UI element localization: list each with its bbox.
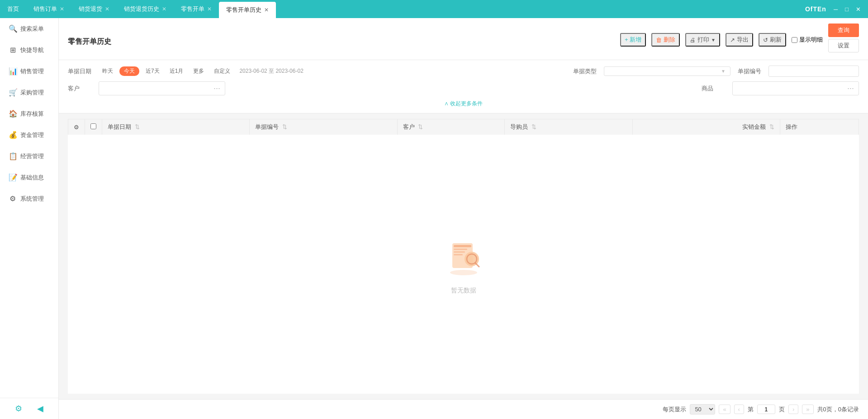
sidebar-item-inventory[interactable]: 🏠 库存核算 xyxy=(0,103,58,124)
date-tab-more[interactable]: 更多 xyxy=(190,66,208,76)
per-page-select[interactable]: 50 10 20 100 xyxy=(690,404,715,414)
sidebar-item-basic-info[interactable]: 📝 基础信息 xyxy=(0,167,58,188)
th-customer[interactable]: 客户 ⇅ xyxy=(397,119,505,135)
inventory-icon: 🏠 xyxy=(9,109,17,118)
sidebar-item-purchase[interactable]: 🛒 采购管理 xyxy=(0,82,58,103)
toolbar: + 新增 🗑 删除 🖨 打印 ▼ ↗ 导出 ↺ 刷新 xyxy=(620,24,859,60)
filter-group-doc-type: 单据类型 ▼ xyxy=(573,66,730,76)
sidebar-item-finance[interactable]: 💰 资金管理 xyxy=(0,124,58,146)
date-label: 单据日期 xyxy=(68,67,95,75)
filter-group-customer: 客户 ··· xyxy=(68,81,225,95)
last-page-button[interactable]: » xyxy=(802,405,813,414)
tab-sales-return-history[interactable]: 销货退货历史 ✕ xyxy=(117,0,174,18)
doc-type-select[interactable]: ▼ xyxy=(604,66,730,76)
refresh-button[interactable]: ↺ 刷新 xyxy=(759,33,786,47)
window-maximize-icon[interactable]: □ xyxy=(845,6,849,13)
sidebar-item-finance-label: 资金管理 xyxy=(20,131,44,139)
date-tab-custom[interactable]: 自定义 xyxy=(210,66,234,76)
goods-input-wrapper: ··· xyxy=(732,81,859,95)
th-amount[interactable]: 实销金额 ⇅ xyxy=(632,119,780,135)
customer-picker-icon[interactable]: ··· xyxy=(213,84,220,93)
display-detail-toggle[interactable]: 显示明细 xyxy=(792,36,823,44)
customer-input[interactable] xyxy=(104,85,213,92)
tab-retail-history[interactable]: 零售开单历史 ✕ xyxy=(219,2,276,18)
tab-home[interactable]: 首页 xyxy=(0,0,26,18)
setting-button[interactable]: 设置 xyxy=(828,39,859,52)
tab-retail-history-close[interactable]: ✕ xyxy=(264,7,269,13)
tab-retail-open-close[interactable]: ✕ xyxy=(207,6,212,12)
sidebar-item-basic-info-label: 基础信息 xyxy=(20,174,44,182)
collapse-bar[interactable]: ∧ 收起更多条件 xyxy=(68,100,859,108)
sidebar-item-inventory-label: 库存核算 xyxy=(20,110,44,118)
th-guide-label: 导购员 xyxy=(510,123,528,130)
data-table: ⚙ 单据日期 ⇅ 单据编号 ⇅ xyxy=(68,119,859,135)
customer-sort-icon: ⇅ xyxy=(418,123,423,130)
doc-no-input[interactable] xyxy=(773,68,854,75)
print-button[interactable]: 🖨 打印 ▼ xyxy=(685,33,720,47)
top-bar-right: OfTEn ─ □ ✕ xyxy=(805,5,868,13)
sidebar-settings-icon[interactable]: ⚙ xyxy=(15,404,22,414)
sidebar-item-operations[interactable]: 📋 经营管理 xyxy=(0,146,58,167)
display-detail-checkbox[interactable] xyxy=(792,37,797,43)
filter-group-doc-no: 单据编号 xyxy=(738,66,859,77)
sidebar-item-purchase-label: 采购管理 xyxy=(20,89,44,97)
filter-group-date: 单据日期 昨天 今天 近7天 近1月 更多 自定义 2023-06-02 至 2… xyxy=(68,66,304,76)
window-close-icon[interactable]: ✕ xyxy=(856,6,861,13)
tab-sales-return-history-label: 销货退货历史 xyxy=(124,5,159,13)
display-detail-label: 显示明细 xyxy=(799,36,823,44)
window-minimize-icon[interactable]: ─ xyxy=(834,6,838,13)
tab-retail-open[interactable]: 零售开单 ✕ xyxy=(174,0,219,18)
doc-type-dropdown-icon: ▼ xyxy=(721,69,726,74)
th-settings: ⚙ xyxy=(68,119,85,135)
th-date[interactable]: 单据日期 ⇅ xyxy=(102,119,250,135)
delete-button[interactable]: 🗑 删除 xyxy=(651,33,680,47)
sidebar-collapse-icon[interactable]: ◀ xyxy=(37,404,43,414)
th-guide[interactable]: 导购员 ⇅ xyxy=(505,119,632,135)
prev-page-button[interactable]: ‹ xyxy=(734,405,744,414)
export-button[interactable]: ↗ 导出 xyxy=(726,33,753,47)
add-button[interactable]: + 新增 xyxy=(620,33,646,47)
sidebar-item-system[interactable]: ⚙ 系统管理 xyxy=(0,188,58,209)
total-text: 共0页，0条记录 xyxy=(817,405,859,414)
tab-sales-order[interactable]: 销售订单 ✕ xyxy=(26,0,71,18)
tab-sales-return-close[interactable]: ✕ xyxy=(105,6,109,12)
tab-sales-return[interactable]: 销货退货 ✕ xyxy=(71,0,117,18)
filter-area: 单据日期 昨天 今天 近7天 近1月 更多 自定义 2023-06-02 至 2… xyxy=(59,60,868,113)
print-icon: 🖨 xyxy=(690,37,696,43)
query-button[interactable]: 查询 xyxy=(828,24,859,37)
finance-icon: 💰 xyxy=(9,131,17,139)
doc-no-label: 单据编号 xyxy=(738,67,765,75)
first-page-button[interactable]: « xyxy=(719,405,730,414)
page-label: 第 xyxy=(748,405,754,414)
page-number-input[interactable] xyxy=(757,405,775,414)
export-label: 导出 xyxy=(737,36,749,44)
tab-sales-order-close[interactable]: ✕ xyxy=(60,6,64,12)
date-tab-1month[interactable]: 近1月 xyxy=(166,66,187,76)
next-page-button[interactable]: › xyxy=(788,405,798,414)
date-tabs: 昨天 今天 近7天 近1月 更多 自定义 xyxy=(99,66,234,76)
operations-icon: 📋 xyxy=(9,152,17,160)
sidebar-item-sales[interactable]: 📊 销售管理 xyxy=(0,61,58,82)
tab-retail-history-label: 零售开单历史 xyxy=(226,6,261,14)
goods-input[interactable] xyxy=(737,85,847,92)
main-layout: 🔍 搜索采单 ⊞ 快捷导航 📊 销售管理 🛒 采购管理 🏠 库存核算 💰 资金管… xyxy=(0,18,868,419)
tab-sales-return-history-close[interactable]: ✕ xyxy=(162,6,166,12)
sidebar-item-search[interactable]: 🔍 搜索采单 xyxy=(0,18,58,39)
th-no[interactable]: 单据编号 ⇅ xyxy=(250,119,397,135)
sidebar-item-quick-nav[interactable]: ⊞ 快捷导航 xyxy=(0,39,58,61)
date-tab-7days[interactable]: 近7天 xyxy=(142,66,163,76)
filter-group-goods: 商品 ··· xyxy=(702,81,859,95)
tab-retail-open-label: 零售开单 xyxy=(181,5,204,13)
date-tab-yesterday[interactable]: 昨天 xyxy=(99,66,117,76)
date-tab-today[interactable]: 今天 xyxy=(119,66,139,76)
filter-row-2: 客户 ··· 商品 ··· xyxy=(68,81,859,95)
svg-rect-3 xyxy=(454,249,467,250)
sidebar-item-sales-label: 销售管理 xyxy=(20,67,44,75)
goods-picker-icon[interactable]: ··· xyxy=(847,84,854,93)
query-setting-group: 查询 设置 xyxy=(828,24,859,56)
collapse-label: 收起更多条件 xyxy=(450,100,483,107)
select-all-checkbox[interactable] xyxy=(90,123,96,129)
filter-row-1: 单据日期 昨天 今天 近7天 近1月 更多 自定义 2023-06-02 至 2… xyxy=(68,66,859,77)
settings-col-icon[interactable]: ⚙ xyxy=(74,124,79,131)
empty-text: 暂无数据 xyxy=(451,287,476,295)
